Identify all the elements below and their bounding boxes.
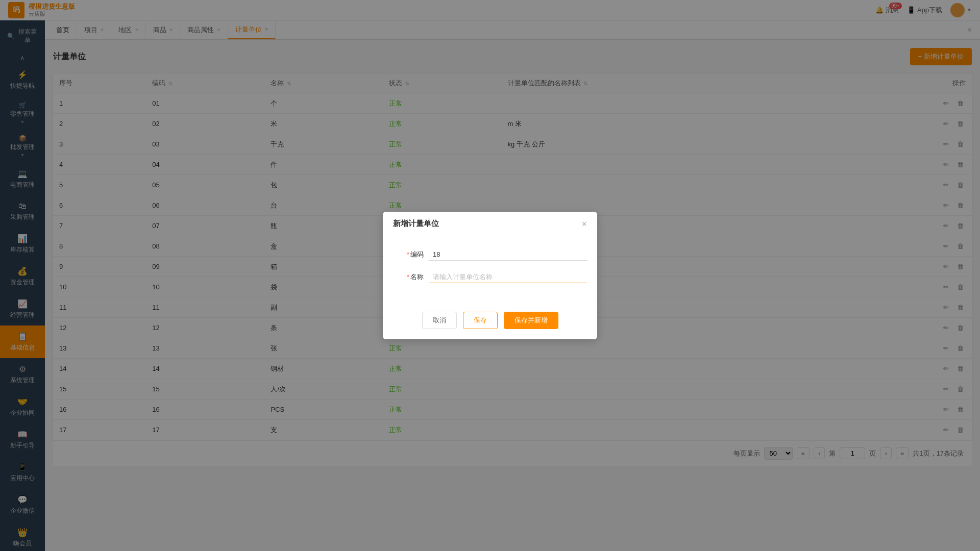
modal-footer: 取消 保存 保存并新增 xyxy=(383,306,597,339)
name-label: *名称 xyxy=(393,272,424,282)
modal-title: 新增计量单位 xyxy=(393,219,439,229)
modal-close-button[interactable]: × xyxy=(581,219,587,229)
form-item-code: *编码 xyxy=(393,248,587,261)
form-item-name: *名称 xyxy=(393,271,587,283)
save-continue-button[interactable]: 保存并新增 xyxy=(504,312,558,329)
required-mark: * xyxy=(407,251,409,258)
name-input[interactable] xyxy=(429,271,587,283)
modal-overlay: 新增计量单位 × *编码 *名称 取消 保存 保存并新增 xyxy=(0,0,980,551)
modal-header: 新增计量单位 × xyxy=(383,212,597,236)
cancel-button[interactable]: 取消 xyxy=(422,312,457,329)
required-mark: * xyxy=(407,273,409,281)
code-input[interactable] xyxy=(429,248,587,261)
code-label: *编码 xyxy=(393,250,424,259)
save-button[interactable]: 保存 xyxy=(463,312,498,329)
modal-body: *编码 *名称 xyxy=(383,236,597,306)
add-unit-modal: 新增计量单位 × *编码 *名称 取消 保存 保存并新增 xyxy=(383,212,597,339)
